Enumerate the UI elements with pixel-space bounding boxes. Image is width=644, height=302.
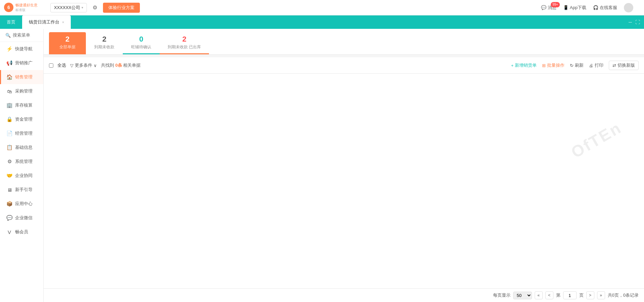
page-suffix: 页 [579, 292, 584, 298]
report-icon: 📄 [6, 130, 12, 136]
top-header: 6 畅捷通好生意 标准版 XXXXXX公司 ▾ ⚙ 体验行业方案 💬 消息 99… [0, 0, 644, 15]
sidebar-item-member[interactable]: V 畅会员 [0, 225, 43, 239]
chevron-down-icon: ∨ [94, 63, 97, 68]
money-icon: 🔒 [6, 116, 12, 122]
add-sale-button[interactable]: + 新增销货单 [511, 62, 537, 68]
sidebar-item-xitong[interactable]: ⚙ 系统管理 [0, 155, 43, 169]
switch-label: 切换新版 [618, 62, 635, 68]
avatar[interactable] [624, 3, 633, 12]
result-info: 共找到 0条 相关单据 [101, 62, 141, 68]
trial-button[interactable]: 体验行业方案 [103, 3, 140, 13]
switch-version-button[interactable]: ⇄ 切换新版 [609, 61, 639, 70]
page-label: 第 [556, 292, 560, 298]
print-button[interactable]: 🖨 打印 [589, 62, 603, 68]
first-page-button[interactable]: « [535, 291, 543, 299]
per-page-select[interactable]: 50 10 20 100 [513, 292, 532, 299]
filter-icon: ▽ [70, 63, 73, 68]
sidebar-item-zijin[interactable]: 🔒 资金管理 [0, 112, 43, 126]
last-page-button[interactable]: » [597, 291, 605, 299]
select-all-label: 全选 [57, 62, 66, 68]
batch-icon: ⊞ [542, 63, 546, 68]
sidebar-item-kuaijie[interactable]: ⚡ 快捷导航 [0, 42, 43, 56]
sidebar-search[interactable]: 🔍 搜索菜单 [0, 29, 43, 42]
print-label: 打印 [595, 62, 603, 68]
batch-operation-button[interactable]: ⊞ 批量操作 [542, 62, 565, 68]
sidebar: 🔍 搜索菜单 ⚡ 快捷导航 📢 营销推广 🏠 销售管理 🛍 采购管理 🏢 库存核… [0, 29, 44, 302]
company-selector[interactable]: XXXXXX公司 ▾ [50, 3, 87, 12]
sidebar-item-jichu[interactable]: 📋 基础信息 [0, 140, 43, 155]
appstore-icon: 📦 [6, 201, 12, 207]
message-badge: 99+ [551, 2, 560, 7]
sidebar-item-jingying[interactable]: 📄 经营管理 [0, 126, 43, 140]
toolbar-right: + 新增销货单 ⊞ 批量操作 ↻ 刷新 🖨 打印 ⇄ 切换新版 [511, 61, 639, 70]
message-button[interactable]: 💬 消息 99+ [541, 5, 556, 11]
sidebar-item-label: 新手引导 [15, 187, 33, 193]
flash-icon: ⚡ [6, 46, 12, 52]
page-number-input[interactable] [563, 291, 577, 299]
gear-icon: ⚙ [93, 4, 97, 11]
stat-tab-wangfu[interactable]: 0 旺辅待确认 [123, 32, 160, 54]
refresh-icon: ↻ [570, 63, 574, 68]
sidebar-item-label: 系统管理 [15, 159, 33, 165]
tab-qianhuoricleaning[interactable]: 钱货日清工作台 × [22, 15, 71, 29]
sidebar-item-kucun[interactable]: 🏢 库存核算 [0, 98, 43, 112]
handshake-icon: 🤝 [6, 173, 12, 179]
chevron-down-icon: ▾ [82, 6, 83, 9]
next-page-button[interactable]: > [586, 291, 594, 299]
nav-tabs: 首页 钱货日清工作台 × ─ ⛶ [0, 15, 644, 29]
tab-home[interactable]: 首页 [0, 15, 22, 29]
content-area: 2 全部单据 2 到期未收款 0 旺辅待确认 2 到期未收款 已出库 全选 ▽ … [44, 29, 644, 302]
add-sale-label: 新增销货单 [515, 62, 537, 68]
vip-icon: V [6, 229, 12, 235]
result-count: 0条 [115, 63, 122, 68]
system-icon: ⚙ [6, 159, 12, 165]
refresh-button[interactable]: ↻ 刷新 [570, 62, 584, 68]
logo-area: 6 畅捷通好生意 标准版 [4, 3, 48, 12]
sidebar-item-caigou[interactable]: 🛍 采购管理 [0, 84, 43, 98]
stat-tab-all[interactable]: 2 全部单据 [49, 32, 86, 54]
sidebar-item-yingyong[interactable]: 📦 应用中心 [0, 197, 43, 211]
filter-label: 更多条件 [75, 62, 92, 68]
sidebar-item-qiye[interactable]: 🤝 企业协同 [0, 169, 43, 183]
stat-tab-shipped[interactable]: 2 到期未收款 已出库 [160, 32, 209, 54]
stat-count-wangfu: 0 [139, 35, 143, 44]
sidebar-item-yingxiao[interactable]: 📢 营销推广 [0, 56, 43, 70]
app-download-label: App下载 [570, 5, 586, 11]
watermark: OfTEn [568, 118, 625, 162]
sidebar-item-weixin[interactable]: 💬 企业微信 [0, 211, 43, 225]
app-name: 畅捷通好生意 [15, 3, 38, 7]
filter-button[interactable]: ▽ 更多条件 ∨ [70, 62, 97, 68]
download-icon: 📱 [563, 5, 569, 10]
sidebar-item-label: 采购管理 [15, 88, 33, 94]
close-tab-icon[interactable]: × [62, 20, 64, 24]
search-label: 搜索菜单 [13, 32, 30, 38]
maximize-icon[interactable]: ⛶ [635, 19, 640, 25]
stat-count-due: 2 [102, 35, 106, 44]
select-all-checkbox[interactable] [49, 63, 53, 68]
warehouse-icon: 🏢 [6, 102, 12, 108]
stat-tab-due[interactable]: 2 到期未收款 [86, 32, 123, 54]
stat-label-all: 全部单据 [59, 44, 75, 50]
main-layout: 🔍 搜索菜单 ⚡ 快捷导航 📢 营销推广 🏠 销售管理 🛍 采购管理 🏢 库存核… [0, 29, 644, 302]
plus-icon: + [511, 63, 514, 68]
stat-label-wangfu: 旺辅待确认 [131, 44, 151, 50]
database-icon: 📋 [6, 144, 12, 150]
sidebar-item-label: 经营管理 [15, 130, 33, 136]
sidebar-item-label: 畅会员 [15, 229, 28, 235]
online-service-button[interactable]: 🎧 在线客服 [593, 5, 617, 11]
app-download-button[interactable]: 📱 App下载 [563, 5, 586, 11]
guide-icon: 🖥 [6, 187, 12, 193]
message-icon: 💬 [541, 5, 546, 10]
settings-button[interactable]: ⚙ [90, 3, 100, 12]
stat-count-all: 2 [65, 35, 69, 44]
prev-page-button[interactable]: < [545, 291, 553, 299]
switch-icon: ⇄ [612, 63, 616, 68]
sidebar-item-xiaoshou[interactable]: 🏠 销售管理 [0, 70, 43, 84]
online-service-label: 在线客服 [600, 5, 617, 11]
sidebar-item-label: 应用中心 [15, 201, 33, 207]
sidebar-item-xinshou[interactable]: 🖥 新手引导 [0, 183, 43, 197]
sidebar-item-label: 销售管理 [15, 74, 33, 80]
result-text: 共找到 [101, 63, 114, 68]
app-version: 标准版 [15, 8, 38, 12]
minimize-icon[interactable]: ─ [629, 19, 632, 25]
